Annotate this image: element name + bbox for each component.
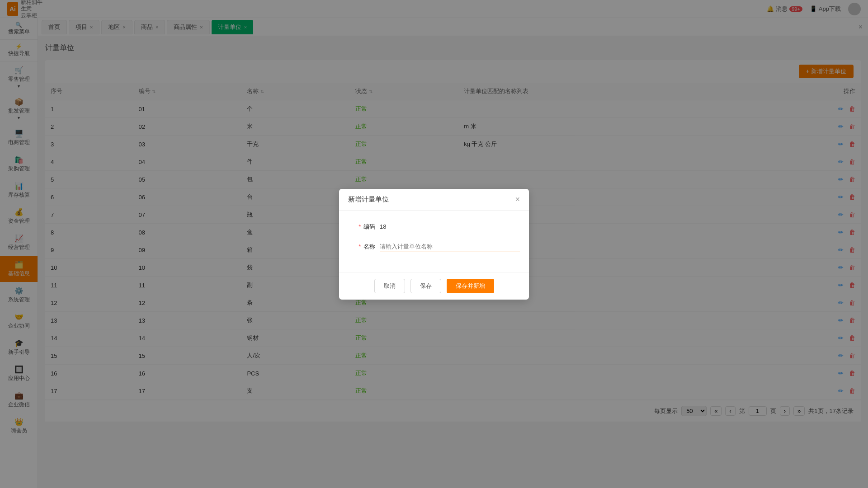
code-label: * 编码 — [348, 223, 375, 231]
name-input[interactable] — [380, 241, 520, 252]
add-unit-modal: 新增计量单位 × * 编码 * 名称 取消 保存 保存并新增 — [339, 189, 529, 300]
modal-overlay: 新增计量单位 × * 编码 * 名称 取消 保存 保存并新增 — [0, 0, 868, 488]
form-item-name: * 名称 — [348, 241, 520, 252]
form-item-code: * 编码 — [348, 221, 520, 232]
required-star-code: * — [359, 223, 361, 230]
name-label: * 名称 — [348, 243, 375, 251]
required-star-name: * — [359, 243, 361, 250]
modal-footer: 取消 保存 保存并新增 — [339, 272, 529, 300]
modal-close-button[interactable]: × — [515, 195, 520, 203]
modal-header: 新增计量单位 × — [339, 189, 529, 211]
code-input[interactable] — [380, 221, 520, 232]
modal-title: 新增计量单位 — [348, 195, 389, 204]
cancel-button[interactable]: 取消 — [374, 279, 405, 293]
modal-body: * 编码 * 名称 — [339, 211, 529, 272]
save-and-new-button[interactable]: 保存并新增 — [447, 279, 494, 293]
save-button[interactable]: 保存 — [410, 279, 441, 293]
